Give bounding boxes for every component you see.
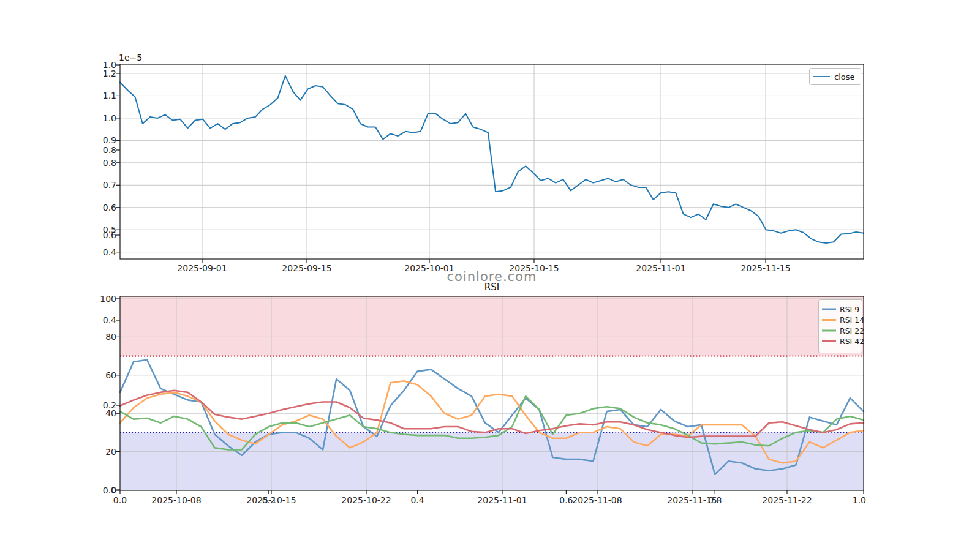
price-x-tick-label: 2025-11-01	[636, 263, 685, 273]
rsi-x-tick-label: 2025-10-22	[341, 495, 391, 505]
rsi-legend-label: RSI 42	[840, 337, 864, 346]
price-y-tick-label: 0.7	[103, 180, 116, 190]
rsi-y-tick-label: 20	[105, 447, 116, 457]
rsi-x-tick-label: 2025-11-08	[572, 495, 622, 505]
overlay-x-tick-label: 0.8	[708, 495, 722, 505]
rsi-y-tick-label: 40	[105, 408, 116, 418]
price-y-tick-label: 1.1	[103, 91, 116, 100]
price-close-line	[120, 76, 864, 244]
overlay-x-tick-label: 0.0	[113, 495, 127, 505]
price-y-tick-label: 0.8	[103, 158, 116, 168]
rsi-legend-label: RSI 14	[840, 315, 864, 324]
rsi-x-tick-label: 2025-10-08	[151, 495, 201, 505]
price-y-tick-label: 0.9	[103, 135, 116, 145]
rsi-y-tick-label: 80	[105, 332, 116, 342]
overlay-x-tick-label: 0.6	[559, 495, 573, 505]
overlay-x-tick-label: 1.0	[853, 495, 866, 505]
price-y-tick-label: 0.6	[103, 203, 116, 212]
rsi-band-overbought	[120, 296, 864, 356]
chart-canvas: 1.21.11.00.90.80.70.60.50.41.00.80.60.40…	[0, 0, 980, 551]
price-x-tick-label: 2025-11-15	[741, 263, 790, 273]
price-y-tick-label: 1.0	[103, 113, 116, 123]
overlay-x-tick-label: 0.2	[262, 495, 276, 505]
overlay-x-tick-label: 0.4	[410, 495, 424, 505]
price-y-tick-label: 1.2	[103, 69, 116, 78]
overlay-y-tick-label: 0.8	[103, 145, 116, 155]
price-x-tick-label: 2025-10-15	[509, 263, 559, 273]
rsi-line-rsi-42	[120, 391, 864, 437]
overlay-y-tick-label: 0.6	[103, 230, 116, 240]
rsi-band-oversold	[120, 432, 864, 490]
overlay-y-tick-label: 1.0	[103, 60, 116, 70]
overlay-y-tick-label: 0.4	[103, 315, 116, 325]
rsi-y-tick-label: 60	[105, 370, 116, 380]
price-x-tick-label: 2025-09-01	[177, 263, 227, 273]
rsi-x-tick-label: 2025-11-22	[762, 495, 812, 505]
rsi-x-tick-label: 2025-11-01	[477, 495, 527, 505]
chart-figure: 1.21.11.00.90.80.70.60.50.41.00.80.60.40…	[0, 0, 980, 551]
rsi-y-tick-label: 0	[111, 485, 116, 495]
price-x-tick-label: 2025-10-01	[404, 263, 454, 273]
rsi-y-tick-label: 100	[100, 294, 116, 304]
rsi-legend-label: RSI 22	[840, 326, 864, 335]
price-x-tick-label: 2025-09-15	[282, 263, 331, 273]
price-legend-label: close	[834, 72, 854, 81]
price-y-tick-label: 0.4	[103, 247, 116, 257]
rsi-legend-label: RSI 9	[840, 305, 859, 314]
